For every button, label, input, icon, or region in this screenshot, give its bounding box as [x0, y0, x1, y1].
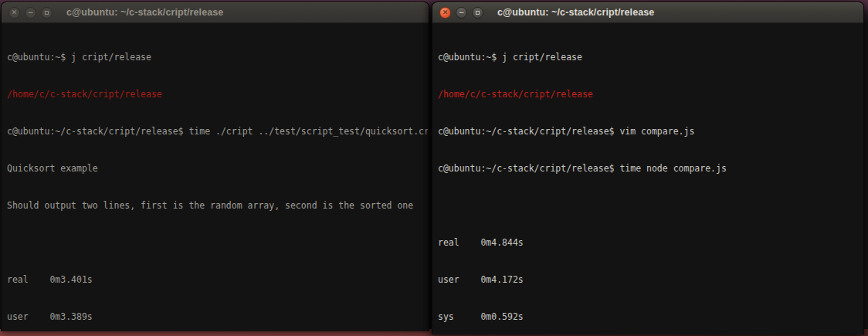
terminal-line: /home/c/c-stack/cript/release [438, 88, 863, 100]
terminal-line: real 0m3.401s [7, 273, 428, 286]
window-title: c@ubuntu: ~/c-stack/cript/release [66, 7, 223, 18]
terminal-window-right[interactable]: ✕ − c@ubuntu: ~/c-stack/cript/release c@… [432, 2, 864, 334]
window-title: c@ubuntu: ~/c-stack/cript/release [497, 7, 654, 18]
close-icon[interactable]: ✕ [8, 7, 20, 19]
terminal-line: user 0m4.172s [438, 273, 863, 286]
terminal-line [7, 236, 428, 249]
terminal-line: c@ubuntu:~/c-stack/cript/release$ time n… [438, 162, 863, 175]
minimize-icon[interactable]: − [456, 7, 467, 19]
terminal-line: real 0m4.844s [438, 236, 863, 249]
terminal-screen[interactable]: c@ubuntu:~$ j cript/release /home/c/c-st… [433, 24, 863, 334]
terminal-line: c@ubuntu:~/c-stack/cript/release$ vim co… [438, 125, 863, 137]
maximize-icon[interactable] [41, 7, 53, 19]
terminal-line: c@ubuntu:~$ j cript/release [438, 51, 863, 63]
terminal-line: sys 0m0.592s [438, 311, 863, 323]
maximize-glyph [45, 11, 49, 15]
terminal-window-left[interactable]: ✕ − c@ubuntu: ~/c-stack/cript/release c@… [1, 2, 429, 331]
terminal-line: c@ubuntu:~/c-stack/cript/release$ time .… [7, 125, 428, 137]
terminal-line: c@ubuntu:~$ j cript/release [7, 51, 428, 63]
terminal-line: Should output two lines, first is the ra… [7, 199, 428, 212]
maximize-icon[interactable] [472, 7, 483, 19]
titlebar[interactable]: ✕ − c@ubuntu: ~/c-stack/cript/release [2, 2, 429, 23]
terminal-screen[interactable]: c@ubuntu:~$ j cript/release /home/c/c-st… [2, 24, 428, 331]
terminal-line [438, 199, 863, 212]
close-glyph: ✕ [12, 9, 18, 16]
minimize-icon[interactable]: − [25, 7, 36, 19]
titlebar[interactable]: ✕ − c@ubuntu: ~/c-stack/cript/release [432, 2, 863, 23]
close-icon[interactable]: ✕ [439, 7, 451, 19]
terminal-line: user 0m3.389s [7, 311, 428, 323]
maximize-glyph [476, 11, 480, 15]
minimize-glyph: − [459, 9, 465, 16]
close-glyph: ✕ [442, 9, 449, 16]
terminal-line: /home/c/c-stack/cript/release [7, 88, 428, 100]
terminal-line: Quicksort example [7, 162, 428, 175]
minimize-glyph: − [28, 9, 34, 16]
